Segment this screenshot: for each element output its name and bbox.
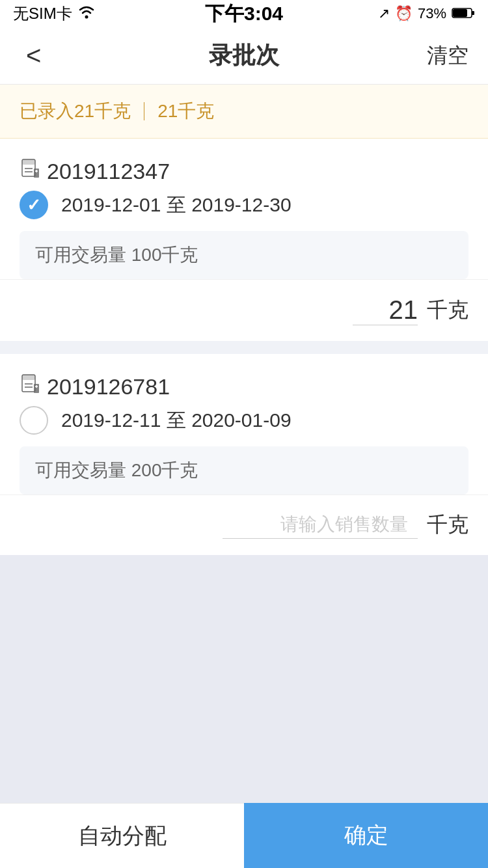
svg-rect-2 bbox=[453, 9, 467, 17]
bottom-bar: 自动分配 确定 bbox=[0, 803, 488, 868]
status-right: ↗ ⏰ 73% bbox=[378, 5, 475, 23]
battery-text: 73% bbox=[418, 5, 446, 22]
battery-icon bbox=[452, 5, 475, 23]
svg-rect-3 bbox=[472, 11, 474, 15]
alarm-icon: ⏰ bbox=[395, 5, 413, 22]
summary-value: 21千克 bbox=[157, 99, 214, 124]
carrier-text: 无SIM卡 bbox=[13, 3, 72, 24]
clear-button[interactable]: 清空 bbox=[427, 42, 468, 70]
batch-header-2: 2019126781 bbox=[20, 373, 468, 400]
batch-date-row-2[interactable]: 2019-12-11 至 2020-01-09 bbox=[20, 406, 468, 435]
empty-area bbox=[0, 555, 488, 841]
batch-date-row-1[interactable]: 2019-12-01 至 2019-12-30 bbox=[20, 191, 468, 219]
amount-value-1[interactable]: 21 bbox=[353, 295, 418, 325]
batch-header-1: 2019112347 bbox=[20, 158, 468, 184]
batch-available-2: 可用交易量 200千克 bbox=[20, 446, 468, 495]
svg-point-0 bbox=[85, 16, 88, 19]
amount-unit-1: 千克 bbox=[427, 296, 468, 325]
batch-id-2: 2019126781 bbox=[47, 374, 170, 400]
batch-item-2: 2019126781 2019-12-11 至 2020-01-09 可用交易量… bbox=[0, 354, 488, 495]
summary-divider bbox=[144, 102, 144, 120]
radio-unchecked-2[interactable] bbox=[20, 406, 48, 435]
location-icon: ↗ bbox=[378, 5, 390, 22]
back-button[interactable]: < bbox=[20, 34, 47, 77]
input-row-2: 千克 bbox=[0, 495, 488, 555]
status-bar: 无SIM卡 下午3:04 ↗ ⏰ 73% bbox=[0, 0, 488, 27]
batch-date-2: 2019-12-11 至 2020-01-09 bbox=[61, 407, 291, 434]
summary-bar: 已录入21千克 21千克 bbox=[0, 85, 488, 139]
auto-distribute-button[interactable]: 自动分配 bbox=[0, 803, 244, 868]
summary-label: 已录入21千克 bbox=[20, 99, 131, 124]
amount-row-1: 21 千克 bbox=[0, 279, 488, 341]
svg-rect-5 bbox=[22, 159, 35, 165]
batch-available-1: 可用交易量 100千克 bbox=[20, 231, 468, 279]
status-time: 下午3:04 bbox=[205, 1, 283, 27]
qty-input-2[interactable] bbox=[223, 511, 418, 539]
nav-bar: < 录批次 清空 bbox=[0, 27, 488, 85]
batch-id-1: 2019112347 bbox=[47, 159, 170, 184]
radio-checked-1[interactable] bbox=[20, 191, 48, 219]
batch-doc-icon-2 bbox=[20, 373, 40, 400]
page-title: 录批次 bbox=[209, 40, 279, 72]
status-left: 无SIM卡 bbox=[13, 3, 96, 24]
svg-rect-12 bbox=[22, 375, 35, 380]
amount-number-1: 21 bbox=[389, 295, 418, 324]
wifi-icon bbox=[77, 5, 96, 23]
batch-item-1: 2019112347 2019-12-01 至 2019-12-30 可用交易量… bbox=[0, 139, 488, 279]
input-unit-2: 千克 bbox=[427, 511, 468, 539]
confirm-button[interactable]: 确定 bbox=[244, 803, 488, 868]
batch-date-1: 2019-12-01 至 2019-12-30 bbox=[61, 192, 291, 219]
batch-doc-icon-1 bbox=[20, 158, 40, 184]
section-divider bbox=[0, 341, 488, 354]
